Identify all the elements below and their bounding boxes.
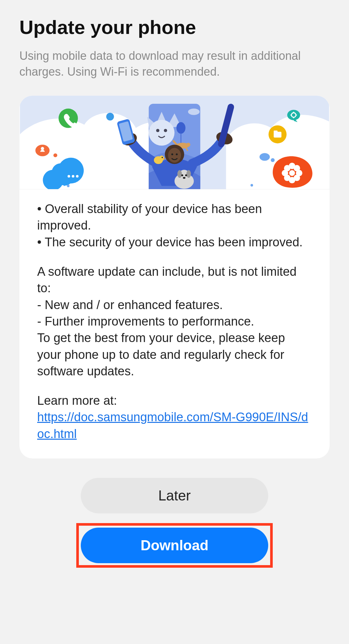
later-button[interactable]: Later [81, 478, 268, 513]
svg-point-11 [186, 143, 190, 147]
svg-point-42 [53, 154, 57, 157]
update-description: • Overall stability of your device has b… [19, 189, 330, 458]
svg-point-33 [183, 177, 185, 179]
svg-point-32 [185, 174, 187, 176]
update-illustration [19, 96, 330, 189]
svg-point-18 [176, 154, 178, 156]
svg-point-16 [168, 148, 181, 163]
svg-point-35 [106, 113, 114, 121]
svg-point-36 [57, 170, 73, 186]
update-outro: To get the best from your device, please… [37, 330, 312, 380]
svg-point-30 [186, 170, 191, 178]
action-buttons: Later Download [19, 478, 330, 568]
update-includes-item2: - Further improvements to performance. [37, 313, 312, 330]
svg-point-60 [284, 165, 291, 171]
svg-point-61 [294, 175, 300, 181]
svg-point-5 [149, 120, 174, 146]
svg-point-54 [289, 170, 295, 176]
update-card: • Overall stability of your device has b… [19, 96, 330, 458]
bullet-security: • The security of your device has been i… [37, 234, 312, 251]
svg-point-26 [162, 157, 163, 158]
svg-point-29 [177, 170, 182, 178]
learn-more-link[interactable]: https://doc.samsungmobile.com/SM-G990E/I… [37, 410, 308, 440]
update-includes-intro: A software update can include, but is no… [37, 263, 312, 297]
learn-more-label: Learn more at: [37, 392, 312, 409]
svg-point-41 [41, 147, 44, 150]
svg-point-8 [176, 122, 185, 134]
svg-point-7 [164, 129, 167, 132]
svg-point-24 [159, 156, 164, 161]
page-subtitle: Using mobile data to download may result… [19, 48, 330, 80]
update-includes-item1: - New and / or enhanced features. [37, 297, 312, 313]
svg-point-59 [294, 165, 300, 171]
svg-point-17 [171, 154, 173, 156]
download-button[interactable]: Download [81, 528, 268, 563]
svg-point-43 [287, 110, 300, 120]
svg-point-31 [181, 174, 183, 176]
svg-point-62 [284, 175, 291, 181]
svg-rect-50 [274, 132, 281, 138]
svg-rect-51 [274, 131, 278, 133]
svg-point-53 [271, 158, 275, 162]
bullet-stability: • Overall stability of your device has b… [37, 201, 312, 234]
page-title: Update your phone [19, 16, 330, 38]
svg-point-14 [188, 109, 200, 115]
svg-point-38 [72, 175, 74, 177]
download-highlight: Download [76, 523, 273, 568]
svg-point-63 [250, 184, 253, 187]
svg-point-6 [156, 129, 159, 132]
svg-point-39 [76, 175, 79, 177]
svg-point-64 [67, 185, 69, 187]
svg-point-52 [259, 153, 270, 161]
svg-point-37 [68, 175, 70, 177]
